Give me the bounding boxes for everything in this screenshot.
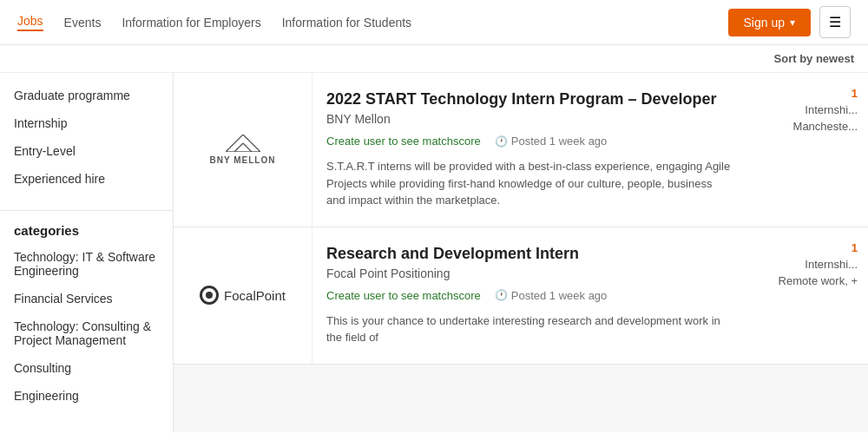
- job-tag-location-1: Mancheste...: [793, 120, 858, 133]
- menu-icon-button[interactable]: ☰: [819, 6, 851, 38]
- sidebar-item-graduate[interactable]: Graduate programme: [0, 82, 173, 109]
- focal-circle-icon: [200, 286, 219, 305]
- sidebar-item-financial[interactable]: Financial Services: [0, 285, 173, 312]
- job-meta-2: Create user to see matchscore Posted 1 w…: [326, 289, 733, 302]
- bny-logo-text: BNY MELLON: [210, 155, 276, 165]
- job-card-2[interactable]: FocalPoint Research and Development Inte…: [174, 227, 868, 365]
- job-card-1[interactable]: BNY MELLON 2022 START Technology Intern …: [174, 73, 868, 227]
- sidebar-item-experienced-hire[interactable]: Experienced hire: [0, 165, 173, 193]
- posted-time-1: Posted 1 week ago: [495, 135, 608, 148]
- job-tag-type-2: Internshi...: [805, 258, 858, 271]
- matchscore-link-1[interactable]: Create user to see matchscore: [326, 135, 481, 148]
- job-details-1: 2022 START Technology Intern Program – D…: [312, 73, 746, 227]
- job-tags-1: 1 Internshi... Mancheste...: [746, 73, 868, 227]
- sidebar-item-consulting[interactable]: Consulting: [0, 354, 173, 382]
- sidebar-item-entry-level[interactable]: Entry-Level: [0, 137, 173, 165]
- matchscore-link-2[interactable]: Create user to see matchscore: [326, 289, 481, 302]
- job-description-1: S.T.A.R.T interns will be provided with …: [326, 158, 733, 209]
- job-title-1[interactable]: 2022 START Technology Intern Program – D…: [326, 90, 733, 108]
- job-tags-2: 1 Internshi... Remote work, +: [746, 227, 868, 364]
- job-company-1: BNY Mellon: [326, 112, 733, 126]
- focal-inner-icon: [206, 292, 213, 299]
- job-number-2: 1: [852, 241, 858, 254]
- header: Jobs Events Information for Employers In…: [0, 0, 868, 45]
- sidebar: Graduate programme Internship Entry-Leve…: [0, 73, 174, 432]
- job-tag-type-1: Internshi...: [805, 103, 858, 116]
- nav-jobs[interactable]: Jobs: [17, 14, 43, 31]
- sidebar-item-tech-it[interactable]: Technology: IT & Software Engineering: [0, 243, 173, 285]
- job-logo-bny: BNY MELLON: [174, 73, 312, 227]
- job-description-2: This is your chance to undertake interes…: [326, 312, 733, 346]
- focal-logo-text: FocalPoint: [224, 288, 286, 303]
- bny-logo-icon: [226, 135, 260, 152]
- job-details-2: Research and Development Intern Focal Po…: [312, 227, 746, 364]
- nav-employers[interactable]: Information for Employers: [122, 16, 260, 30]
- main-layout: Graduate programme Internship Entry-Leve…: [0, 73, 868, 432]
- posted-time-2: Posted 1 week ago: [495, 289, 608, 302]
- sidebar-item-tech-consulting[interactable]: Technology: Consulting & Project Managem…: [0, 312, 173, 354]
- job-number-1: 1: [852, 87, 858, 100]
- sidebar-item-internship[interactable]: Internship: [0, 109, 173, 137]
- sidebar-item-engineering[interactable]: Engineering: [0, 382, 173, 410]
- nav-events[interactable]: Events: [64, 16, 102, 30]
- sort-bar: Sort by newest: [0, 45, 868, 73]
- nav-links: Jobs Events Information for Employers In…: [17, 14, 728, 31]
- sort-label[interactable]: Sort by newest: [774, 52, 854, 65]
- job-meta-1: Create user to see matchscore Posted 1 w…: [326, 135, 733, 148]
- job-list: BNY MELLON 2022 START Technology Intern …: [174, 73, 868, 432]
- signup-button[interactable]: Sign up: [728, 9, 811, 36]
- svg-line-1: [234, 143, 243, 152]
- job-title-2[interactable]: Research and Development Intern: [326, 245, 733, 263]
- sidebar-categories-title: categories: [0, 214, 173, 243]
- job-logo-focal: FocalPoint: [174, 227, 312, 364]
- header-right: Sign up ☰: [728, 6, 851, 38]
- svg-line-2: [243, 143, 252, 152]
- nav-students[interactable]: Information for Students: [282, 16, 411, 30]
- sidebar-divider: [0, 210, 173, 211]
- job-company-2: Focal Point Positioning: [326, 266, 733, 280]
- job-tag-location-2: Remote work, +: [779, 274, 858, 287]
- sidebar-item-blank: [0, 193, 173, 207]
